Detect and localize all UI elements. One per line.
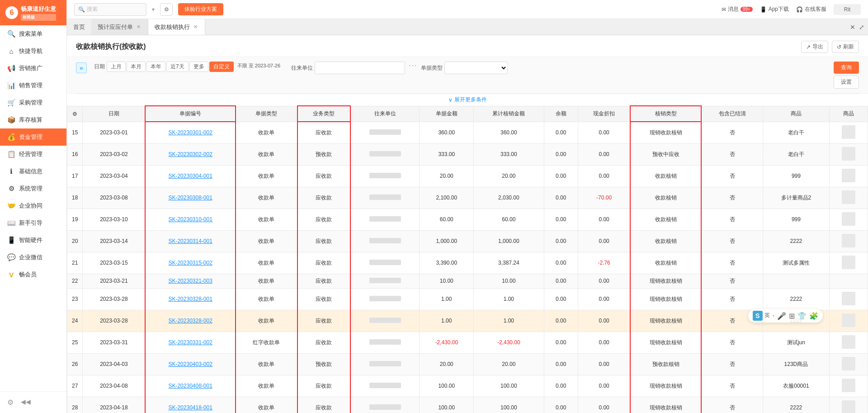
headset-icon: 🎧	[796, 6, 803, 13]
sidebar-item-wechat[interactable]: 💬 企业微信	[0, 249, 66, 266]
gear-button[interactable]: ⚙	[160, 3, 173, 16]
cell-balance: 0.00	[544, 187, 578, 209]
filter-this-month[interactable]: 本月	[127, 62, 146, 72]
cell-date: 2023-03-28	[83, 310, 146, 332]
cell-partner	[350, 310, 420, 332]
tab-prepay-close[interactable]: ✕	[136, 24, 142, 30]
doc-no-link[interactable]: SK-20230321-003	[168, 278, 212, 284]
refresh-button[interactable]: ↺ 刷新	[832, 41, 859, 53]
cell-goods1: 测试多属性	[763, 252, 830, 274]
table-row: 21 2023-03-15 SK-20230315-002 收款单 应收款 3,…	[67, 252, 868, 274]
doc-no-link[interactable]: SK-20230408-001	[168, 383, 212, 389]
doc-no-link[interactable]: SK-20230315-002	[168, 260, 212, 266]
sidebar-item-inventory[interactable]: 📦 库存核算	[0, 111, 66, 128]
filter-custom[interactable]: 自定义	[209, 62, 234, 72]
sidebar-item-marketing[interactable]: 📢 营销推广	[0, 60, 66, 77]
sidebar-item-quick[interactable]: ⌂ 快捷导航	[0, 43, 66, 60]
dropdown-arrow-icon[interactable]: ▾	[152, 6, 155, 13]
doc-no-link[interactable]: SK-20230314-001	[168, 238, 212, 244]
sidebar-item-system[interactable]: ⚙ 系统管理	[0, 180, 66, 197]
col-biz-type: 业务类型	[297, 106, 350, 122]
user-avatar[interactable]: Rit	[834, 4, 861, 15]
tab-home[interactable]: 首页	[67, 19, 91, 35]
sidebar-item-finance[interactable]: 💰 资金管理	[0, 128, 66, 146]
cell-date: 2023-03-14	[83, 230, 146, 252]
doc-no-link[interactable]: SK-20230304-001	[168, 173, 212, 179]
cell-no: 22	[67, 274, 83, 288]
topbar-search-box[interactable]: 🔍 搜索	[74, 3, 146, 16]
sidebar-item-purchase[interactable]: 🛒 采购管理	[0, 94, 66, 111]
cell-discount: 0.00	[578, 397, 630, 413]
cell-biz-type: 应收款	[297, 332, 350, 353]
sidebar: 6 畅康道好生意 标推版 🔍 搜索菜单 ⌂ 快捷导航 📢 营销推广 📊 销售管理…	[0, 0, 67, 413]
message-action[interactable]: ✉ 消息 99+	[722, 5, 753, 13]
cell-included: 否	[701, 274, 763, 288]
filter-this-year[interactable]: 本年	[146, 62, 165, 72]
doc-no-link[interactable]: SK-20230418-001	[168, 404, 212, 411]
sidebar-item-hardware[interactable]: 📱 智能硬件	[0, 232, 66, 249]
doc-no-link[interactable]: SK-20230301-002	[168, 129, 212, 136]
sidebar-item-label: 采购管理	[19, 99, 42, 107]
settings-icon[interactable]: ⚙	[72, 111, 77, 117]
doc-no-link[interactable]: SK-20230302-002	[168, 151, 212, 157]
cell-balance: 0.00	[544, 332, 578, 353]
marketing-icon: 📢	[7, 64, 15, 72]
tab-close-all-icon[interactable]: ✕	[850, 24, 855, 31]
doc-no-link[interactable]: SK-20230331-002	[168, 339, 212, 346]
filter-partner-input[interactable]	[315, 62, 405, 74]
cell-included: 否	[701, 353, 763, 375]
sidebar-item-basic[interactable]: ℹ 基础信息	[0, 163, 66, 180]
doc-no-link[interactable]: SK-20230328-001	[168, 296, 212, 302]
sidebar-item-enterprise[interactable]: 🤝 企业协同	[0, 197, 66, 214]
sidebar-item-sales[interactable]: 📊 销售管理	[0, 77, 66, 94]
cell-doc-type: 收款单	[236, 209, 297, 230]
sidebar-item-operations[interactable]: 📋 经营管理	[0, 146, 66, 163]
sidebar-item-guide[interactable]: 📖 新手引导	[0, 214, 66, 232]
cell-balance: 0.00	[544, 353, 578, 375]
solution-button[interactable]: 体验行业方案	[178, 3, 223, 15]
tab-receipt-close[interactable]: ✕	[193, 24, 198, 30]
cell-verify-type: 现销收款核销	[630, 375, 701, 397]
service-action[interactable]: 🎧 在线客服	[796, 5, 826, 13]
sidebar-item-label: 基础信息	[19, 167, 42, 176]
doc-no-link[interactable]: SK-20230328-002	[168, 318, 212, 324]
page-content: 收款核销执行(按收款) ↗ 导出 ↺ 刷新 » 日期 上月	[67, 35, 868, 413]
doc-no-link[interactable]: SK-20230310-001	[168, 216, 212, 223]
sidebar-item-search[interactable]: 🔍 搜索菜单	[0, 25, 66, 43]
filter-expand-bar[interactable]: ∨ 展开更多条件	[76, 94, 859, 105]
cell-goods2	[829, 122, 868, 143]
page-header: 收款核销执行(按收款) ↗ 导出 ↺ 刷新	[67, 35, 868, 57]
filter-dots: ···	[409, 62, 417, 70]
tab-expand-icon[interactable]: ⤢	[859, 24, 864, 31]
cell-goods1: 999	[763, 165, 830, 187]
filter-more[interactable]: 更多	[189, 62, 208, 72]
settings-bottom-icon[interactable]: ⚙	[7, 398, 14, 407]
logo-badge: 标推版	[21, 14, 56, 21]
settings-button[interactable]: 设置	[834, 76, 859, 89]
filter-doctype-select[interactable]	[444, 62, 508, 74]
user-name: Rit	[844, 6, 851, 13]
filter-7days[interactable]: 近7天	[166, 62, 189, 72]
cell-accum: 2,030.00	[474, 187, 544, 209]
cell-no: 28	[67, 397, 83, 413]
table-row: 26 2023-04-03 SK-20230403-002 收款单 预收款 20…	[67, 353, 868, 375]
sidebar-item-member[interactable]: V 畅会员	[0, 266, 66, 283]
doc-no-link[interactable]: SK-20230308-001	[168, 195, 212, 201]
query-button[interactable]: 查询	[834, 62, 859, 74]
cell-discount: 0.00	[578, 288, 630, 310]
table-row: 22 2023-03-21 SK-20230321-003 收款单 应收款 10…	[67, 274, 868, 288]
col-settings[interactable]: ⚙	[67, 106, 83, 122]
app-action[interactable]: 📱 App下载	[760, 5, 789, 13]
filter-toggle-button[interactable]: »	[76, 62, 87, 73]
table-row: 20 2023-03-14 SK-20230314-001 收款单 应收款 1,…	[67, 230, 868, 252]
cell-doc-type: 收款单	[236, 143, 297, 165]
sidebar-item-label: 营销推广	[19, 64, 42, 72]
tab-prepay[interactable]: 预计应应付单 ✕	[91, 19, 148, 35]
collapse-icon[interactable]: ◀◀	[21, 398, 31, 407]
sidebar-item-label: 销售管理	[19, 81, 42, 90]
tab-receipt[interactable]: 收款核销执行 ✕	[148, 19, 205, 35]
export-button[interactable]: ↗ 导出	[801, 41, 828, 53]
doc-no-link[interactable]: SK-20230403-002	[168, 361, 212, 367]
filter-last-month[interactable]: 上月	[107, 62, 126, 72]
cell-balance: 0.00	[544, 375, 578, 397]
